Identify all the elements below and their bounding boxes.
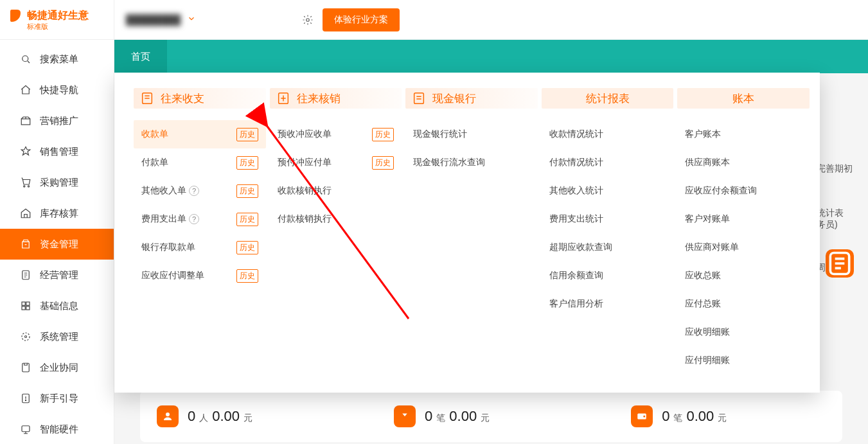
mega-item[interactable]: 费用支出单?历史: [134, 205, 266, 233]
mega-item[interactable]: 其他收入单?历史: [134, 177, 266, 205]
history-tag[interactable]: 历史: [236, 156, 258, 170]
mega-item[interactable]: 付款单历史: [134, 148, 266, 177]
stats-row: 0 人 0.00 元 0 笔 0.00 元: [140, 391, 842, 442]
stat-tx2: 0 笔 0.00 元: [631, 405, 727, 427]
mega-item[interactable]: 费用支出统计: [542, 205, 674, 233]
mega-item[interactable]: 应收总账: [677, 262, 810, 290]
mega-item[interactable]: 客户信用分析: [542, 290, 674, 318]
history-tag[interactable]: 历史: [236, 213, 258, 226]
sidebar-item-label: 企业协同: [40, 362, 78, 374]
history-tag[interactable]: 历史: [372, 156, 394, 170]
chevron-down-icon: [187, 14, 196, 25]
mega-item[interactable]: 现金银行统计: [405, 120, 538, 148]
mega-item-label: 现金银行统计: [413, 129, 467, 140]
sidebar-item-label: 快捷导航: [40, 84, 78, 96]
mega-item-label: 费用支出单?: [141, 213, 199, 225]
mega-item-label: 客户信用分析: [549, 298, 603, 310]
sidebar-item-search[interactable]: 搜索菜单: [0, 44, 114, 75]
mega-item[interactable]: 应收应付调整单历史: [134, 262, 266, 290]
sidebar-item-marketing[interactable]: 营销推广: [0, 105, 114, 136]
mega-item[interactable]: 预收冲应收单历史: [270, 120, 402, 148]
mega-item[interactable]: 收款情况统计: [542, 120, 674, 148]
mega-item[interactable]: 预付冲应付单历史: [270, 148, 402, 177]
mega-item[interactable]: 应付总账: [677, 290, 810, 318]
mega-item[interactable]: 其他收入统计: [542, 177, 674, 205]
sidebar-item-basic[interactable]: 基础信息: [0, 290, 114, 321]
history-tag[interactable]: 历史: [236, 269, 258, 283]
mega-item[interactable]: 客户账本: [677, 120, 810, 148]
mega-item-label: 应收应付余额查询: [685, 185, 757, 197]
hardware-icon: [19, 423, 32, 436]
mega-item[interactable]: 信用余额查询: [542, 262, 674, 290]
org-selector[interactable]: ████████: [126, 14, 293, 25]
sidebar-item-funds[interactable]: 资金管理: [0, 229, 114, 260]
brand-mark-icon: [8, 8, 23, 23]
mega-item[interactable]: 供应商对账单: [677, 233, 810, 262]
float-action-icon[interactable]: [826, 249, 854, 278]
stat-tx2-count: 0: [662, 408, 669, 425]
svg-rect-14: [22, 426, 30, 432]
brand-logo: 畅捷通好生意 标准版: [0, 0, 114, 40]
basic-icon: [19, 299, 32, 312]
stat-tx1: 0 笔 0.00 元: [394, 405, 490, 427]
tab-home[interactable]: 首页: [114, 40, 167, 73]
coop-icon: [19, 361, 32, 374]
mega-col-incomeexp: 往来收支 收款单历史付款单历史其他收入单?历史费用支出单?历史银行存取款单历史应…: [134, 88, 266, 382]
mega-item-label: 预付冲应付单: [278, 157, 332, 168]
mega-item-label: 预收冲应收单: [278, 129, 332, 140]
stat-tx1-amount-unit: 元: [481, 413, 490, 424]
help-icon[interactable]: ?: [189, 214, 199, 224]
mega-item[interactable]: 现金银行流水查询: [405, 148, 538, 177]
mega-item[interactable]: 付款情况统计: [542, 148, 674, 177]
mega-item[interactable]: 应收明细账: [677, 318, 810, 346]
stat-tx1-count: 0: [425, 408, 432, 425]
sidebar-item-purchase[interactable]: 采购管理: [0, 167, 114, 198]
mega-head-writeoff: 往来核销: [270, 88, 402, 109]
help-icon[interactable]: ?: [189, 186, 199, 196]
mega-item-label: 应收明细账: [685, 326, 730, 338]
people-icon: [157, 405, 179, 427]
sidebar-item-hardware[interactable]: 智能硬件: [0, 414, 114, 444]
sidebar-item-stock[interactable]: 库存核算: [0, 198, 114, 229]
sidebar-item-system[interactable]: 系统管理: [0, 321, 114, 352]
mega-item[interactable]: 付款核销执行: [270, 205, 402, 233]
mega-item[interactable]: 银行存取款单历史: [134, 233, 266, 262]
svg-rect-1: [21, 119, 30, 125]
stat-tx1-unit: 笔: [436, 413, 445, 424]
sidebar-item-label: 资金管理: [40, 238, 78, 251]
mega-item[interactable]: 应付明细账: [677, 346, 810, 375]
mega-item-label: 应收总账: [685, 270, 721, 281]
sidebar-item-sales[interactable]: 销售管理: [0, 136, 114, 167]
stat-people: 0 人 0.00 元: [157, 405, 252, 427]
note-stat-a: 统计表: [817, 207, 844, 218]
search-icon: [19, 53, 32, 66]
mega-head-reports: 统计报表: [542, 88, 674, 109]
sidebar-item-coop[interactable]: 企业协同: [0, 352, 114, 383]
stock-icon: [19, 207, 32, 220]
mega-item[interactable]: 应收应付余额查询: [677, 177, 810, 205]
mega-item-label: 付款情况统计: [549, 157, 603, 168]
stat-people-unit: 人: [199, 413, 208, 424]
history-tag[interactable]: 历史: [236, 128, 258, 141]
mega-item-label: 客户账本: [685, 129, 721, 140]
mega-item-label: 费用支出统计: [549, 213, 603, 225]
sidebar-item-guide[interactable]: 新手引导: [0, 383, 114, 414]
mega-item[interactable]: 供应商账本: [677, 148, 810, 177]
gear-icon[interactable]: [302, 14, 314, 26]
sidebar-item-operate[interactable]: 经营管理: [0, 260, 114, 290]
marketing-icon: [19, 114, 32, 127]
mega-head-incomeexp: 往来收支: [134, 88, 266, 109]
sidebar-item-quicknav[interactable]: 快捷导航: [0, 75, 114, 105]
history-tag[interactable]: 历史: [372, 128, 394, 141]
history-tag[interactable]: 历史: [236, 184, 258, 198]
svg-rect-8: [26, 306, 30, 310]
mega-item[interactable]: 收款单历史: [134, 120, 266, 148]
mega-item[interactable]: 收款核销执行: [270, 177, 402, 205]
wallet-icon: [631, 405, 653, 427]
history-tag[interactable]: 历史: [236, 241, 258, 254]
mega-item[interactable]: 客户对账单: [677, 205, 810, 233]
funds-mega-menu: 往来收支 收款单历史付款单历史其他收入单?历史费用支出单?历史银行存取款单历史应…: [114, 73, 820, 393]
mega-item[interactable]: 超期应收款查询: [542, 233, 674, 262]
industry-plan-button[interactable]: 体验行业方案: [323, 8, 400, 31]
mega-item-label: 收款情况统计: [549, 129, 603, 140]
